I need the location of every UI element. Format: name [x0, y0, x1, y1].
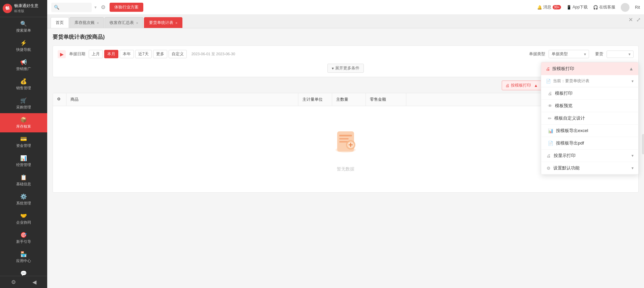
type-filter-label: 单据类型	[529, 51, 545, 57]
sidebar-item-finance[interactable]: 💳 资金管理	[0, 132, 47, 152]
filter-expand-arrow[interactable]: ▶	[58, 50, 66, 58]
purchase-icon: 🛒	[20, 97, 27, 104]
date-btn-custom[interactable]: 自定义	[169, 50, 187, 58]
chevron-down-icon[interactable]: ▾	[94, 5, 97, 10]
date-filter-label: 单据日期	[69, 51, 85, 57]
print-button[interactable]: 🖨 按模板打印 ▲	[502, 81, 541, 90]
notifications-button[interactable]: 🔔 消息 99+	[537, 4, 561, 10]
inventory-icon: 📦	[20, 117, 27, 123]
expand-more-conditions-button[interactable]: ▾ 展开更多条件	[327, 64, 364, 73]
dropdown-item-template-pdf[interactable]: 📄 按模板导出pdf	[541, 137, 638, 150]
template-print-label: 模板打印	[555, 90, 573, 96]
type-filter-select[interactable]: 单据类型 ▾	[549, 50, 589, 58]
dropdown-item-template-preview[interactable]: 👁 模板预览	[541, 100, 638, 112]
sidebar-item-wechat[interactable]: 💬 企业微信	[0, 267, 47, 276]
sidebar-item-basic-label: 基础信息	[16, 182, 31, 187]
collab-icon: 🤝	[20, 213, 27, 219]
sidebar-item-guide[interactable]: 🎯 新手引导	[0, 228, 47, 248]
date-btn-this-year[interactable]: 本年	[120, 50, 134, 58]
topbar-gear-icon[interactable]: ⚙	[99, 3, 107, 12]
tab-receipts-summary-close[interactable]: ×	[136, 21, 138, 25]
resize-handle[interactable]	[642, 134, 644, 154]
page-title: 要货单统计表(按商品)	[53, 34, 639, 41]
sidebar-item-sales-label: 销售管理	[16, 86, 31, 91]
dropdown-item-set-default[interactable]: ⚙ 设置默认功能 ▾	[541, 162, 638, 174]
dropdown-close-icon[interactable]: ▲	[629, 66, 634, 71]
date-btn-7days[interactable]: 近7天	[135, 50, 152, 58]
tab-home[interactable]: 首页	[51, 17, 69, 28]
sidebar-item-purchase[interactable]: 🛒 采购管理	[0, 94, 47, 113]
sidebar-item-appstore-label: 应用中心	[16, 258, 31, 263]
sidebar-item-sales[interactable]: 💰 销售管理	[0, 75, 47, 94]
sidebar-item-quick-nav[interactable]: ⚡ 快捷导航	[0, 36, 47, 56]
dropdown-header: 🖨 按模板打印 ▲	[541, 62, 638, 75]
date-filter-buttons: 上月 本月 本年 近7天 更多 自定义	[89, 50, 187, 58]
display-print-label: 按显示打印	[554, 153, 576, 159]
sidebar-item-inventory-label: 库存核算	[16, 124, 31, 129]
window-controls: ✕ ⤢	[628, 17, 641, 23]
tab-order-stats[interactable]: 要货单统计表 ×	[144, 17, 182, 28]
set-default-chevron: ▾	[632, 166, 634, 170]
dropdown-item-template-excel[interactable]: 📊 按模板导出excel	[541, 125, 638, 137]
category-filter-select[interactable]: ▾	[607, 51, 634, 58]
sidebar-footer: ⚙ ◀	[0, 276, 47, 288]
collapse-icon[interactable]: ◀	[32, 279, 36, 285]
sidebar-item-appstore[interactable]: 🏪 应用中心	[0, 248, 47, 267]
tab-order-stats-label: 要货单统计表	[149, 20, 173, 26]
search-icon: 🔍	[54, 5, 59, 10]
sidebar-item-collab[interactable]: 🤝 企业协同	[0, 209, 47, 228]
date-btn-last-month[interactable]: 上月	[89, 50, 103, 58]
guide-icon: 🎯	[20, 232, 27, 238]
date-btn-more[interactable]: 更多	[153, 50, 167, 58]
sidebar-item-system-label: 系统管理	[16, 201, 31, 206]
bell-icon: 🔔	[537, 5, 542, 10]
type-select-chevron-icon: ▾	[584, 52, 586, 57]
tabbar: 首页 库存批次账 × 收发存汇总表 × 要货单统计表 × ✕ ⤢	[47, 15, 644, 28]
sidebar-item-collab-label: 企业协同	[16, 220, 31, 225]
sidebar-item-inventory[interactable]: 📦 库存核算	[0, 113, 47, 132]
template-preview-label: 模板预览	[555, 103, 573, 109]
template-pdf-label: 按模板导出pdf	[556, 140, 584, 146]
expand-window-icon[interactable]: ⤢	[636, 17, 641, 23]
sidebar-item-purchase-label: 采购管理	[16, 105, 31, 110]
sidebar-item-operations[interactable]: 📊 经营管理	[0, 152, 47, 171]
svg-rect-3	[339, 138, 349, 139]
industry-solution-button[interactable]: 体验行业方案	[110, 3, 143, 12]
template-design-label: 模板自定义设计	[554, 115, 585, 121]
sidebar-item-marketing[interactable]: 📢 营销推广	[0, 56, 47, 75]
th-unit: 主计量单位	[298, 93, 332, 106]
sidebar-item-marketing-label: 营销推广	[16, 66, 31, 71]
search-box[interactable]: 🔍	[51, 3, 92, 12]
tab-order-stats-close[interactable]: ×	[175, 21, 177, 25]
operations-icon: 📊	[20, 155, 27, 161]
tab-batch-account[interactable]: 库存批次账 ×	[69, 17, 104, 28]
template-print-icon: 🖨	[548, 91, 552, 96]
main-area: 🔍 ▾ ⚙ 体验行业方案 🔔 消息 99+ 📱 App下载 🎧 在线客服 Rit	[47, 0, 644, 288]
finance-icon: 💳	[20, 136, 27, 142]
dropdown-item-template-print[interactable]: 🖨 模板打印	[541, 87, 638, 100]
dropdown-item-template-design[interactable]: ✏ 模板自定义设计	[541, 112, 638, 125]
close-window-icon[interactable]: ✕	[628, 17, 633, 23]
sidebar-item-search[interactable]: 🔍 搜索菜单	[0, 17, 47, 36]
app-download-button[interactable]: 📱 App下载	[566, 4, 588, 10]
tab-receipts-summary[interactable]: 收发存汇总表 ×	[105, 17, 143, 28]
svg-rect-2	[339, 135, 352, 136]
wechat-icon: 💬	[20, 270, 27, 276]
sidebar-item-basic[interactable]: 📋 基础信息	[0, 171, 47, 190]
settings-col-icon[interactable]: ⚙	[57, 97, 61, 101]
notifications-badge: 99+	[553, 5, 561, 9]
online-service-button[interactable]: 🎧 在线客服	[593, 4, 615, 10]
settings-footer-icon[interactable]: ⚙	[11, 279, 16, 285]
category-select-chevron-icon: ▾	[628, 52, 631, 57]
sidebar-item-system[interactable]: ⚙️ 系统管理	[0, 190, 47, 209]
print-dropdown-arrow[interactable]: ▲	[534, 83, 538, 88]
avatar[interactable]	[621, 3, 630, 12]
tab-batch-account-close[interactable]: ×	[97, 21, 99, 25]
search-input[interactable]	[61, 5, 88, 10]
app-version: 标准版	[14, 9, 38, 13]
current-doc-icon: 📄	[546, 79, 551, 84]
notifications-label: 消息	[543, 4, 551, 10]
date-btn-this-month[interactable]: 本月	[104, 50, 118, 58]
dropdown-item-display-print[interactable]: 🖨 按显示打印 ▾	[541, 150, 638, 162]
app-name: 畅康通好生意	[14, 3, 38, 9]
